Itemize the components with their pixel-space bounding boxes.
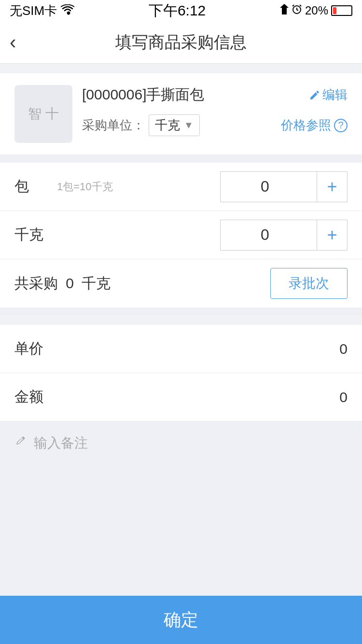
section-divider-2: [0, 308, 362, 315]
product-info: [0000006]手撕面包 编辑 采购单位： 千克 ▼ 价格参照 ?: [82, 85, 348, 136]
unit-price-row: 单价 0: [0, 325, 362, 373]
product-image-placeholder: 智 十: [28, 105, 59, 123]
unit-price-value: 0: [339, 341, 348, 357]
bag-input-row: 包 1包=10千克 +: [0, 163, 362, 211]
unit-select[interactable]: 千克 ▼: [149, 114, 200, 136]
bag-label: 包: [14, 177, 53, 196]
help-label: ?: [338, 120, 343, 131]
wifi-icon: [61, 3, 74, 18]
battery-percent: 20%: [305, 4, 328, 17]
kg-input-control: +: [220, 220, 348, 251]
record-batch-button[interactable]: 录批次: [270, 268, 348, 299]
kg-label: 千克: [14, 225, 53, 245]
battery-icon: [331, 5, 352, 16]
kg-plus-icon: +: [327, 225, 337, 245]
carrier-text: 无SIM卡: [10, 2, 57, 19]
status-time: 下午6:12: [149, 1, 206, 21]
alarm-icon: [292, 4, 302, 17]
unit-value: 千克: [155, 117, 180, 134]
summary-row: 共采购 0 千克 录批次: [0, 259, 362, 308]
note-section[interactable]: 输入备注: [0, 421, 362, 465]
price-ref-label: 价格参照: [281, 117, 331, 134]
edit-label: 编辑: [322, 86, 348, 103]
section-divider-1: [0, 155, 362, 163]
nav-bar: ‹ 填写商品采购信息: [0, 21, 362, 64]
page-title: 填写商品采购信息: [115, 31, 247, 54]
status-carrier: 无SIM卡: [10, 2, 74, 19]
bag-number-input[interactable]: [220, 171, 317, 202]
dropdown-arrow: ▼: [184, 120, 194, 131]
confirm-bar[interactable]: 确定: [0, 596, 362, 644]
purchase-unit-row: 采购单位： 千克 ▼ 价格参照 ?: [82, 114, 348, 136]
bag-plus-button[interactable]: +: [317, 171, 348, 202]
edit-button[interactable]: 编辑: [309, 86, 348, 103]
kg-number-input[interactable]: [220, 220, 317, 251]
amount-value: 0: [339, 389, 348, 406]
back-button[interactable]: ‹: [10, 31, 16, 53]
summary-value: 0: [66, 275, 74, 291]
svg-line-4: [292, 5, 294, 6]
kg-input-row: 千克 +: [0, 211, 362, 259]
status-bar: 无SIM卡 下午6:12 20%: [0, 0, 362, 21]
amount-label: 金额: [14, 387, 43, 407]
help-icon: ?: [334, 119, 348, 132]
svg-line-5: [300, 5, 301, 6]
product-full-name: [0000006]手撕面包: [82, 85, 204, 105]
purchase-unit-label: 采购单位：: [82, 117, 145, 134]
confirm-label: 确定: [164, 608, 198, 632]
product-card: 智 十 [0000006]手撕面包 编辑 采购单位： 千克 ▼ 价格参照 ?: [0, 73, 362, 155]
summary-unit: 千克: [82, 275, 111, 291]
price-section: 单价 0 金额 0: [0, 325, 362, 421]
pencil-icon: [14, 435, 28, 452]
note-placeholder: 输入备注: [34, 434, 88, 452]
unit-price-label: 单价: [14, 339, 43, 359]
summary-prefix: 共采购: [14, 275, 58, 291]
location-icon: [280, 4, 289, 17]
status-right: 20%: [280, 4, 352, 17]
record-batch-label: 录批次: [289, 274, 329, 293]
svg-marker-0: [280, 4, 289, 14]
amount-row: 金额 0: [0, 373, 362, 421]
input-section: 包 1包=10千克 + 千克 +: [0, 163, 362, 259]
product-name-row: [0000006]手撕面包 编辑: [82, 85, 348, 105]
bag-plus-icon: +: [327, 177, 337, 197]
kg-plus-button[interactable]: +: [317, 220, 348, 251]
price-ref-button[interactable]: 价格参照 ?: [281, 117, 348, 134]
summary-text: 共采购 0 千克: [14, 274, 111, 294]
product-image: 智 十: [14, 85, 72, 143]
bag-sublabel: 1包=10千克: [57, 180, 220, 194]
bag-input-control: +: [220, 171, 348, 202]
